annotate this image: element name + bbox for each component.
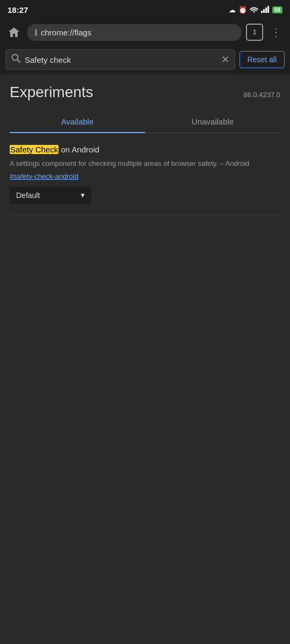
version-text: 86.0.4237.0 — [243, 91, 280, 99]
search-field[interactable]: Safety check ✕ — [5, 49, 235, 70]
info-icon: ℹ — [34, 27, 38, 38]
svg-rect-2 — [265, 8, 267, 13]
address-bar[interactable]: ℹ chrome://flags — [27, 24, 242, 41]
battery-badge: 68 — [272, 6, 282, 13]
search-icon — [11, 54, 20, 65]
search-bar: Safety check ✕ Reset all — [0, 45, 290, 74]
experiment-name-suffix: on Android — [59, 145, 99, 154]
experiment-item: Safety Check on Android A settings compo… — [10, 133, 280, 215]
reset-all-button[interactable]: Reset all — [240, 51, 285, 68]
main-content: Experiments 86.0.4237.0 Available Unavai… — [0, 74, 290, 215]
svg-rect-3 — [267, 6, 269, 13]
experiment-link[interactable]: #safety-check-android — [10, 172, 280, 180]
experiment-name-highlight: Safety Check — [10, 145, 59, 154]
signal-icon — [261, 5, 270, 14]
svg-line-5 — [17, 60, 20, 62]
tab-switcher-button[interactable]: 1 — [246, 24, 263, 41]
experiment-description: A settings component for checking multip… — [10, 158, 280, 169]
address-text: chrome://flags — [41, 28, 234, 37]
tabs: Available Unavailable — [10, 111, 280, 133]
experiments-title: Experiments — [10, 84, 93, 101]
experiment-dropdown[interactable]: Default Enabled Disabled — [10, 187, 74, 204]
browser-bar: ℹ chrome://flags 1 ⋮ — [0, 19, 290, 45]
tab-unavailable[interactable]: Unavailable — [145, 111, 280, 133]
tab-available[interactable]: Available — [10, 111, 145, 133]
search-query: Safety check — [25, 55, 217, 64]
dropdown-arrow-icon: ▼ — [74, 187, 91, 203]
search-clear-button[interactable]: ✕ — [221, 54, 229, 65]
home-button[interactable] — [5, 24, 23, 41]
experiments-header: Experiments 86.0.4237.0 — [10, 84, 280, 101]
status-icons: ☁ ⏰ 68 — [229, 5, 282, 14]
wifi-icon — [250, 5, 258, 14]
alarm-icon: ⏰ — [238, 6, 247, 14]
cloud-icon: ☁ — [229, 6, 236, 14]
experiment-dropdown-wrap: Default Enabled Disabled ▼ — [10, 187, 91, 204]
svg-rect-1 — [263, 9, 265, 13]
status-time: 18:27 — [8, 5, 28, 14]
menu-button[interactable]: ⋮ — [267, 24, 285, 41]
experiment-name: Safety Check on Android — [10, 144, 280, 155]
status-bar: 18:27 ☁ ⏰ 68 — [0, 0, 290, 19]
svg-rect-0 — [261, 11, 263, 13]
